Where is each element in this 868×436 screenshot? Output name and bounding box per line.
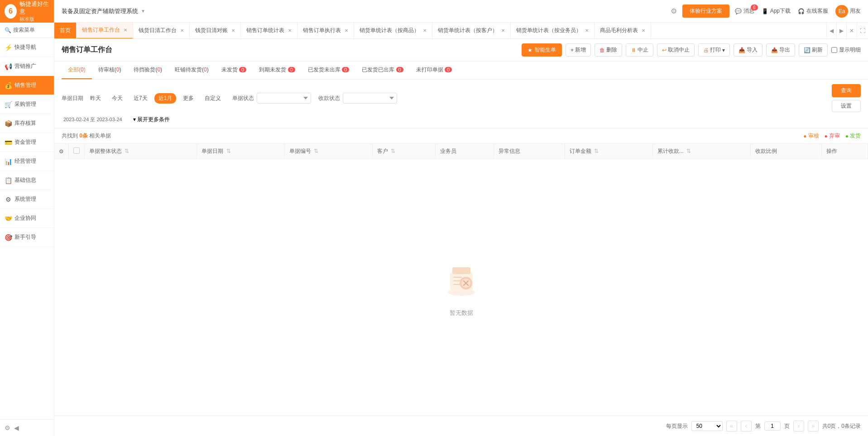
sidebar-item-operations[interactable]: 📊 经营管理 xyxy=(0,152,54,171)
date-filter-label: 单据日期 xyxy=(62,95,83,102)
tab-sales-exec[interactable]: 销售订单执行表 ✕ xyxy=(297,23,354,39)
col-collected[interactable]: 累计收款... ⇅ xyxy=(652,144,750,159)
batch-ship-btn[interactable]: ● 发货 xyxy=(845,132,861,140)
app-download-btn[interactable]: 📱 App下载 xyxy=(762,7,791,15)
tab-goods-stats-customer[interactable]: 销货单统计表（按客户） ✕ xyxy=(432,23,511,39)
cancel-pause-btn[interactable]: ↩ 取消中止 xyxy=(657,43,695,57)
tab-sales-order[interactable]: 销售订单工作台 ✕ xyxy=(77,23,133,39)
col-salesperson[interactable]: 业务员 xyxy=(435,144,494,159)
tab-goods-stats-salesperson[interactable]: 销货单统计表（按业务员） ✕ xyxy=(511,23,595,39)
query-btn[interactable]: 查询 xyxy=(832,84,861,97)
message-btn[interactable]: 💬 消息 6 xyxy=(735,7,754,15)
online-service-btn[interactable]: 🎧 在线客服 xyxy=(798,7,828,15)
tab-sales-stats-close[interactable]: ✕ xyxy=(288,28,292,33)
subtab-not-shipped[interactable]: 未发货 0 xyxy=(215,62,253,79)
date-btn-1month[interactable]: 近1月 xyxy=(154,93,177,104)
tab-cash-daily-close[interactable]: ✕ xyxy=(180,28,184,33)
page-first-btn[interactable]: « xyxy=(726,421,737,431)
sidebar-item-marketing[interactable]: 📢 营销推广 xyxy=(0,57,54,76)
refresh-btn[interactable]: 🔄 刷新 xyxy=(799,43,828,57)
expand-more-btn[interactable]: ▾ 展开更多条件 xyxy=(133,116,170,123)
col-status[interactable]: 单据整体状态 ⇅ xyxy=(85,144,197,159)
tab-gross-profit-close[interactable]: ✕ xyxy=(642,28,645,33)
sidebar-collapse-icon[interactable]: ◀ xyxy=(14,424,19,431)
tab-cash-daily[interactable]: 钱货日清工作台 ✕ xyxy=(133,23,190,39)
page-prev-btn[interactable]: ‹ xyxy=(741,421,752,431)
col-date[interactable]: 单据日期 ⇅ xyxy=(197,144,285,159)
tab-goods-stats-product[interactable]: 销货单统计表（按商品） ✕ xyxy=(354,23,432,39)
col-abnormal[interactable]: 异常信息 xyxy=(494,144,565,159)
page-last-btn[interactable]: » xyxy=(808,421,819,431)
sidebar-item-system[interactable]: ⚙ 系统管理 xyxy=(0,190,54,209)
sidebar-item-search[interactable]: 🔍 搜索菜单 xyxy=(0,23,54,38)
subtab-pending-inspect[interactable]: 待挡验货(0) xyxy=(127,62,168,79)
delete-btn[interactable]: 🗑 删除 xyxy=(595,43,622,57)
col-number[interactable]: 单据编号 ⇅ xyxy=(284,144,372,159)
display-detail-label[interactable]: 显示明细 xyxy=(831,46,861,54)
page-title: 销售订单工作台 xyxy=(62,45,112,55)
import-btn[interactable]: 📥 导入 xyxy=(734,43,762,57)
batch-cancel-btn[interactable]: ● 弃审 xyxy=(825,132,840,140)
tab-close-all-btn[interactable]: ✕ xyxy=(846,23,857,39)
sidebar-item-quick-nav[interactable]: ⚡ 快捷导航 xyxy=(0,38,54,57)
subtab-overdue-not-shipped[interactable]: 到期未发货 0 xyxy=(253,62,301,79)
date-btn-7days[interactable]: 近7天 xyxy=(129,93,152,104)
pause-btn[interactable]: ⏸ 中止 xyxy=(626,43,653,57)
date-btn-yesterday[interactable]: 昨天 xyxy=(86,93,105,104)
print-btn[interactable]: 🖨 打印 ▾ xyxy=(698,43,730,57)
display-detail-checkbox[interactable] xyxy=(831,47,837,53)
title-dropdown-icon[interactable]: ▼ xyxy=(141,9,145,14)
subtab-pending-review[interactable]: 待审核(0) xyxy=(92,62,128,79)
sidebar-item-basic-info[interactable]: 📋 基础信息 xyxy=(0,171,54,190)
sidebar-item-collaboration[interactable]: 🤝 企业协同 xyxy=(0,209,54,228)
tab-home[interactable]: 首页 xyxy=(54,23,77,39)
expand-label: 展开更多条件 xyxy=(137,116,170,123)
col-amount[interactable]: 订单金额 ⇅ xyxy=(565,144,652,159)
subtab-all[interactable]: 全部(0) xyxy=(62,62,92,79)
col-settings[interactable]: ⚙ xyxy=(54,144,69,159)
subtab-shipped-out[interactable]: 已发货已出库 0 xyxy=(355,62,409,79)
page-size-select[interactable]: 20 50 100 xyxy=(691,421,723,431)
tab-sales-exec-close[interactable]: ✕ xyxy=(345,28,348,33)
topbar-gear-icon[interactable]: ⚙ xyxy=(671,7,677,15)
page-next-btn[interactable]: › xyxy=(793,421,804,431)
setting-btn[interactable]: 设置 xyxy=(832,100,861,112)
tab-goods-stats-product-close[interactable]: ✕ xyxy=(423,28,427,33)
date-btn-more[interactable]: 更多 xyxy=(179,93,198,104)
tab-maximize-btn[interactable]: ⛶ xyxy=(857,23,868,39)
smart-generate-btn[interactable]: ★ 智能生单 xyxy=(522,43,562,57)
date-btn-custom[interactable]: 自定义 xyxy=(201,93,225,104)
tab-next-btn[interactable]: ▶ xyxy=(836,23,846,39)
export-btn[interactable]: 📤 导出 xyxy=(766,43,795,57)
status-filter-select[interactable] xyxy=(257,93,311,104)
tab-goods-stats-customer-close[interactable]: ✕ xyxy=(501,28,505,33)
date-btn-today[interactable]: 今天 xyxy=(108,93,127,104)
tab-goods-stats-salesperson-close[interactable]: ✕ xyxy=(585,28,589,33)
col-ratio[interactable]: 收款比例 xyxy=(751,144,822,159)
col-customer[interactable]: 客户 ⇅ xyxy=(372,144,435,159)
sidebar-item-purchase[interactable]: 🛒 采购管理 xyxy=(0,95,54,114)
sidebar-gear-icon[interactable]: ⚙ xyxy=(5,424,10,431)
tab-prev-btn[interactable]: ◀ xyxy=(826,23,836,39)
sidebar-item-tutorial[interactable]: 🎯 新手引导 xyxy=(0,228,54,247)
tab-cash-reconcile-close[interactable]: ✕ xyxy=(231,28,235,33)
col-checkbox[interactable] xyxy=(69,144,85,159)
subtab-not-printed[interactable]: 未打印单据 0 xyxy=(410,62,458,79)
industry-btn[interactable]: 体验行业方案 xyxy=(682,5,729,18)
tab-cash-reconcile[interactable]: 钱货日清对账 ✕ xyxy=(190,23,241,39)
payment-filter-select[interactable] xyxy=(343,93,397,104)
page-size-label: 每页显示 xyxy=(666,422,688,430)
batch-review-btn[interactable]: ● 审核 xyxy=(803,132,819,140)
page-number-input[interactable] xyxy=(764,422,781,431)
subtab-shipped-not-out[interactable]: 已发货未出库 0 xyxy=(302,62,355,79)
add-btn[interactable]: + 新增 xyxy=(566,43,591,57)
tab-gross-profit[interactable]: 商品毛利分析表 ✕ xyxy=(595,23,651,39)
sidebar-item-sales[interactable]: 💰 销售管理 xyxy=(0,76,54,95)
select-all-checkbox[interactable] xyxy=(73,147,80,154)
tab-sales-stats[interactable]: 销售订单统计表 ✕ xyxy=(241,23,297,39)
sidebar-item-inventory[interactable]: 📦 库存核算 xyxy=(0,114,54,133)
tab-sales-order-close[interactable]: ✕ xyxy=(124,28,127,33)
sidebar-item-finance[interactable]: 💳 资金管理 xyxy=(0,133,54,152)
subtab-wangpu-pending[interactable]: 旺铺待发货(0) xyxy=(168,62,215,79)
user-menu-btn[interactable]: Ea 用友 xyxy=(835,5,861,18)
